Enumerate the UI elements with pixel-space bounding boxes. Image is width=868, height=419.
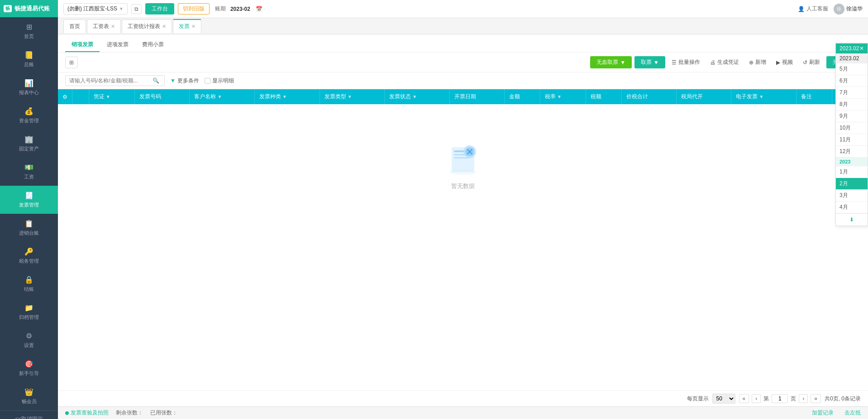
date-month-item[interactable]: 5月: [836, 63, 868, 75]
subtab-sales-invoice[interactable]: 销项发票: [65, 38, 100, 52]
date-month-item[interactable]: 8月: [836, 99, 868, 111]
sidebar-item-invoices[interactable]: 🧾发票管理: [0, 186, 58, 214]
sidebar-item-assets[interactable]: 🏢固定资产: [0, 130, 58, 158]
show-detail-checkbox[interactable]: [205, 78, 210, 84]
new-label: 新增: [755, 58, 766, 66]
video-btn[interactable]: ▶ 视频: [773, 56, 796, 68]
switch-version-btn[interactable]: 切到旧版: [178, 3, 210, 14]
tab-close-invoices[interactable]: ✕: [191, 24, 196, 29]
guide-icon: 🎯: [24, 360, 33, 368]
tab-label-salary-table: 工资表: [93, 23, 109, 30]
refresh-btn[interactable]: ↺ 刷新: [799, 56, 824, 68]
th-invoice-status[interactable]: 发票状态▼: [385, 89, 450, 104]
sidebar-collapse-btn[interactable]: <<取消固定: [0, 410, 58, 419]
sidebar-bottom: <<取消固定: [0, 410, 58, 419]
sidebar-logo[interactable]: 畅 畅捷通易代账: [0, 0, 58, 17]
go-right-link[interactable]: 去左抵: [844, 409, 861, 417]
filter-icon-tax-rate[interactable]: ▼: [557, 94, 562, 99]
user-menu[interactable]: 徐 徐溢华: [834, 4, 863, 14]
next-page-btn[interactable]: ›: [799, 394, 808, 403]
date-month-item[interactable]: 4月: [836, 202, 868, 213]
new-btn[interactable]: ⊕ 新增: [745, 56, 770, 68]
filter-icon-voucher[interactable]: ▼: [106, 94, 110, 99]
sidebar-item-sales[interactable]: 📋进销台账: [0, 214, 58, 242]
tab-invoices[interactable]: 发票✕: [173, 19, 201, 33]
invoice-verify-btn[interactable]: 发票查验及拍照: [65, 409, 109, 417]
date-month-item[interactable]: 2月: [836, 178, 868, 190]
company-selector[interactable]: (勿删) 江西股宝-LSS ▼: [63, 3, 128, 14]
th-amount: 金额: [504, 89, 540, 104]
date-panel: 2023.02 ✕ 2023.02 5月6月7月8月9月10月11月12月202…: [835, 43, 868, 226]
date-panel-close1[interactable]: ✕: [859, 45, 864, 52]
th-invoice-category[interactable]: 发票类型▼: [320, 89, 385, 104]
sidebar-item-funds[interactable]: 💰资金管理: [0, 101, 58, 130]
per-page-select[interactable]: 50 20 100: [712, 394, 735, 404]
more-conditions-btn[interactable]: ▼ 更多条件: [170, 77, 199, 85]
tab-close-salary-stats[interactable]: ✕: [162, 24, 166, 29]
copy-company-btn[interactable]: ⧉: [131, 4, 142, 14]
last-page-btn[interactable]: »: [811, 394, 821, 403]
get-ticket-btn[interactable]: 取票 ▼: [634, 56, 665, 68]
th-tax-code: 税局代开: [677, 89, 731, 104]
sidebar-item-ledger[interactable]: 📒总账: [0, 45, 58, 73]
date-month-item[interactable]: 12月: [836, 146, 868, 158]
th-checkbox: [72, 89, 89, 104]
filter-icon-customer[interactable]: ▼: [217, 94, 222, 99]
used-label: 已用张数：: [150, 409, 177, 417]
date-month-item[interactable]: 10月: [836, 122, 868, 134]
no-invoice-btn[interactable]: 无血取票 ▼: [590, 56, 632, 68]
sidebar-item-close[interactable]: 🔒结账: [0, 270, 58, 298]
sidebar-item-reports[interactable]: 📊报表中心: [0, 73, 58, 101]
date-month-item[interactable]: 11月: [836, 134, 868, 146]
sidebar-label-assets: 固定资产: [19, 145, 39, 152]
filter-icon-e-invoice[interactable]: ▼: [759, 94, 763, 99]
show-detail-toggle[interactable]: 显示明细: [205, 77, 234, 85]
company-dropdown-icon: ▼: [119, 6, 124, 11]
workbench-btn[interactable]: 工作台: [145, 3, 174, 14]
sidebar-item-guide[interactable]: 🎯新手引导: [0, 354, 58, 382]
date-month-item[interactable]: 7月: [836, 87, 868, 99]
sidebar-item-tax[interactable]: 🔑税务管理: [0, 242, 58, 270]
search-input[interactable]: [69, 77, 151, 84]
generate-voucher-btn[interactable]: 🖨 生成凭证: [706, 56, 743, 68]
join-record-link[interactable]: 加盟记录: [812, 409, 834, 417]
date-month-item[interactable]: 9月: [836, 111, 868, 122]
content-area: 销项发票进项发票费用小票 ⊞ 无血取票 ▼ 取票 ▼ ☰ 批量操作: [58, 34, 868, 406]
filter-icon-invoice-type[interactable]: ▼: [282, 94, 287, 99]
sales-icon: 📋: [24, 219, 33, 228]
subtab-expense-receipt[interactable]: 费用小票: [136, 38, 170, 52]
sidebar-item-settings[interactable]: ⚙设置: [0, 326, 58, 354]
th-tax-rate[interactable]: 税率▼: [540, 89, 586, 104]
tab-salary-stats[interactable]: 工资统计报表✕: [122, 19, 172, 33]
subtab-purchase-invoice[interactable]: 进项发票: [100, 38, 135, 52]
total-records: 共0页, 0条记录: [825, 395, 861, 403]
batch-ops-btn[interactable]: ☰ 批量操作: [668, 56, 704, 68]
tab-salary-table[interactable]: 工资表✕: [87, 19, 121, 33]
prev-page-btn[interactable]: ‹: [752, 394, 761, 403]
tab-label-salary-stats: 工资统计报表: [128, 23, 160, 30]
sidebar-item-home[interactable]: ⊞首页: [0, 17, 58, 45]
video-label: 视频: [782, 58, 793, 66]
company-name: (勿删) 江西股宝-LSS: [67, 5, 117, 13]
th-invoice-type[interactable]: 发票种类▼: [255, 89, 320, 104]
date-month-item[interactable]: 1月: [836, 166, 868, 178]
date-month-item[interactable]: 6月: [836, 75, 868, 87]
tab-home[interactable]: 首页: [63, 19, 86, 33]
th-e-invoice[interactable]: 电子发票▼: [731, 89, 796, 104]
date-month-item[interactable]: 3月: [836, 190, 868, 202]
tab-close-salary-table[interactable]: ✕: [111, 24, 115, 29]
sidebar-item-salary[interactable]: 💵工资: [0, 158, 58, 186]
grid-view-btn[interactable]: ⊞: [65, 57, 78, 68]
th-customer[interactable]: 客户名称▼: [190, 89, 255, 104]
period-calendar-icon[interactable]: 📅: [256, 6, 262, 12]
th-voucher[interactable]: 凭证▼: [89, 89, 135, 104]
sidebar-item-archive[interactable]: 📁归档管理: [0, 298, 58, 326]
filter-icon-invoice-status[interactable]: ▼: [412, 94, 417, 99]
date-panel-scroll-down[interactable]: ⬇: [836, 213, 868, 226]
first-page-btn[interactable]: «: [739, 394, 749, 403]
filter-icon-invoice-category[interactable]: ▼: [348, 94, 352, 99]
th-tax: 税额: [586, 89, 622, 104]
service-btn[interactable]: 👤 人工客服: [798, 5, 828, 13]
sidebar-item-member[interactable]: 👑畅会员: [0, 382, 58, 410]
page-input[interactable]: [772, 394, 788, 403]
